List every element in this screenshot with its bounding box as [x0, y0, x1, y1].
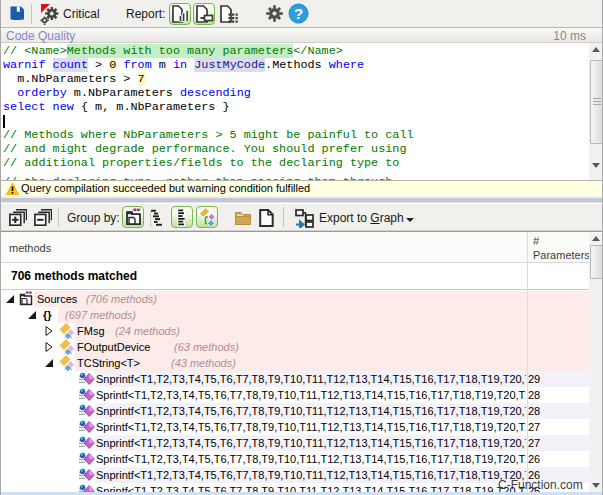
svg-text:?: ? — [294, 5, 303, 22]
